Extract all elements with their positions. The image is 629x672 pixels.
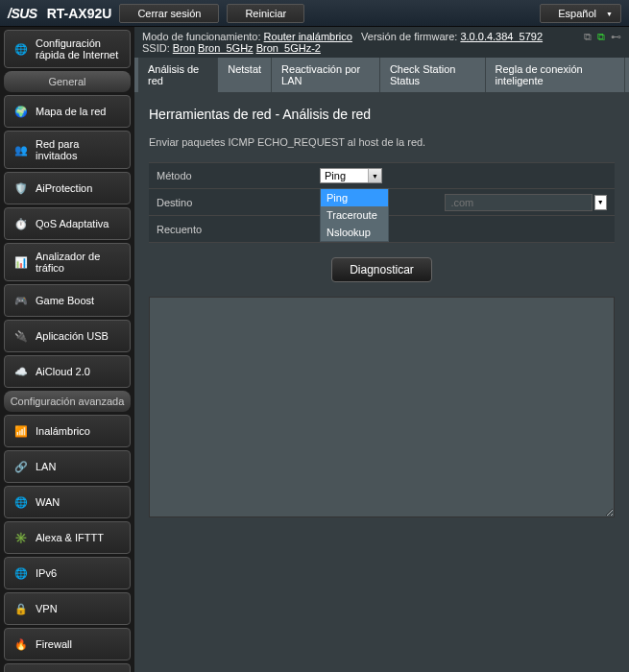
sidebar-item-label: Analizador de tráfico xyxy=(36,251,122,274)
destination-label: Destino xyxy=(157,197,312,208)
shield-icon: 🛡️ xyxy=(12,180,30,197)
count-label: Recuento xyxy=(157,224,320,235)
destination-input[interactable] xyxy=(445,194,592,211)
model-name: RT-AX92U xyxy=(47,6,112,21)
sidebar-item-label: Inalámbrico xyxy=(36,425,90,437)
fw-value[interactable]: 3.0.0.4.384_5792 xyxy=(460,31,543,42)
sidebar-item-label: VPN xyxy=(36,603,58,614)
method-select[interactable]: Ping ▼ xyxy=(320,168,382,183)
sidebar-item-aiprotection[interactable]: 🛡️ AiProtection xyxy=(4,172,131,204)
info-bar: ⧉ ⧉ ⊷ Modo de funcionamiento: Router ina… xyxy=(134,27,629,58)
page-title: Herramientas de red - Análisis de red xyxy=(149,107,615,122)
sidebar-item-label: Game Boost xyxy=(36,295,94,306)
top-bar: /SUS RT-AX92U Cerrar sesión Reiniciar Es… xyxy=(0,0,629,27)
sidebar: 🌐 Configuración rápida de Internet Gener… xyxy=(0,27,134,672)
dropdown-option-nslookup[interactable]: Nslookup xyxy=(321,224,388,241)
sidebar-item-alexa-ifttt[interactable]: ✳️ Alexa & IFTTT xyxy=(4,521,131,554)
sidebar-item-lan[interactable]: 🔗 LAN xyxy=(4,450,131,483)
sidebar-item-wan[interactable]: 🌐 WAN xyxy=(4,486,131,518)
sidebar-item-admin[interactable]: ⚙️ Administración xyxy=(4,663,131,672)
globe-wrench-icon: 🌐 xyxy=(12,40,30,58)
destination-dropdown-button[interactable]: ▼ xyxy=(594,195,607,210)
tab-wake-on-lan[interactable]: Reactivación por LAN xyxy=(272,58,380,92)
brand-logo: /SUS xyxy=(8,6,37,21)
sidebar-item-label: Aplicación USB xyxy=(36,330,109,342)
page-description: Enviar paquetes ICMP ECHO_REQUEST al hos… xyxy=(149,136,615,148)
fw-label: Versión de firmware: xyxy=(361,31,457,42)
result-textarea[interactable] xyxy=(149,297,615,517)
main-panel: ⧉ ⧉ ⊷ Modo de funcionamiento: Router ina… xyxy=(134,27,629,672)
sidebar-item-label: Firewall xyxy=(36,638,72,650)
usb-status-icon[interactable]: ⊷ xyxy=(611,31,621,43)
chevron-down-icon: ▼ xyxy=(368,169,381,182)
ssid-label: SSID: xyxy=(142,42,170,54)
method-dropdown: Ping Traceroute Nslookup xyxy=(320,188,389,242)
sidebar-item-label: Red para invitados xyxy=(36,138,122,161)
ssid-3: Bron_5GHz-2 xyxy=(256,42,321,54)
diagnose-button[interactable]: Diagnosticar xyxy=(331,257,432,282)
dropdown-option-ping[interactable]: Ping xyxy=(321,189,388,206)
logout-button[interactable]: Cerrar sesión xyxy=(119,4,219,23)
tab-smart-connect[interactable]: Regla de conexión inteligente xyxy=(486,58,626,92)
sidebar-item-firewall[interactable]: 🔥 Firewall xyxy=(4,628,131,660)
sidebar-item-guest-network[interactable]: 👥 Red para invitados xyxy=(4,131,131,169)
chart-icon: 📊 xyxy=(12,253,30,271)
sidebar-item-vpn[interactable]: 🔒 VPN xyxy=(4,592,131,625)
language-select[interactable]: Español xyxy=(540,4,621,23)
tab-bar: Análisis de red Netstat Reactivación por… xyxy=(134,58,629,92)
sidebar-item-label: LAN xyxy=(36,461,56,472)
firewall-icon: 🔥 xyxy=(12,636,30,653)
ipv6-icon: 🌐 xyxy=(12,564,30,582)
reboot-button[interactable]: Reiniciar xyxy=(227,4,304,23)
sidebar-item-label: AiProtection xyxy=(36,182,92,194)
method-label: Método xyxy=(157,170,320,181)
row-method: Método Ping ▼ Ping Traceroute Nslookup xyxy=(149,162,615,189)
tab-netstat[interactable]: Netstat xyxy=(218,58,272,92)
sidebar-item-label: QoS Adaptativa xyxy=(36,218,109,229)
sidebar-item-ipv6[interactable]: 🌐 IPv6 xyxy=(4,557,131,589)
guest-icon: 👥 xyxy=(12,141,30,158)
usb-icon: 🔌 xyxy=(12,327,30,345)
sidebar-item-usb-app[interactable]: 🔌 Aplicación USB xyxy=(4,320,131,352)
sidebar-item-traffic-analyzer[interactable]: 📊 Analizador de tráfico xyxy=(4,243,131,281)
tab-check-station[interactable]: Check Station Status xyxy=(380,58,486,92)
sidebar-item-label: AiCloud 2.0 xyxy=(36,366,90,377)
wan-icon: 🌐 xyxy=(12,493,30,511)
tab-network-analysis[interactable]: Análisis de red xyxy=(138,58,218,92)
mode-label: Modo de funcionamiento: xyxy=(142,31,261,42)
ssid-1: Bron xyxy=(173,42,195,54)
wifi-icon: 📶 xyxy=(12,422,30,440)
vpn-icon: 🔒 xyxy=(12,600,30,617)
dropdown-option-traceroute[interactable]: Traceroute xyxy=(321,206,388,224)
ssid-2: Bron_5GHz xyxy=(198,42,253,54)
sidebar-item-aicloud[interactable]: ☁️ AiCloud 2.0 xyxy=(4,355,131,388)
network-map-icon: 🌍 xyxy=(12,103,30,120)
sidebar-item-label: Alexa & IFTTT xyxy=(36,532,104,543)
sidebar-section-advanced: Configuración avanzada xyxy=(4,391,131,412)
lan-icon: 🔗 xyxy=(12,458,30,475)
sidebar-item-label: Mapa de la red xyxy=(36,106,106,117)
sidebar-item-qos[interactable]: ⏱️ QoS Adaptativa xyxy=(4,207,131,240)
sidebar-item-game-boost[interactable]: 🎮 Game Boost xyxy=(4,284,131,317)
sidebar-item-wireless[interactable]: 📶 Inalámbrico xyxy=(4,415,131,447)
wifi-status-icon[interactable]: ⧉ xyxy=(597,31,605,43)
content-area: Herramientas de red - Análisis de red En… xyxy=(134,92,629,532)
method-select-value: Ping xyxy=(325,170,346,181)
sidebar-item-label: WAN xyxy=(36,496,60,508)
speedometer-icon: ⏱️ xyxy=(12,215,30,232)
mode-value[interactable]: Router inalámbrico xyxy=(264,31,352,42)
integration-icon: ✳️ xyxy=(12,529,30,546)
sidebar-section-general: General xyxy=(4,71,131,92)
sidebar-item-quick-setup[interactable]: 🌐 Configuración rápida de Internet xyxy=(4,30,131,68)
sidebar-item-label: Configuración rápida de Internet xyxy=(36,37,122,60)
aimesh-icon[interactable]: ⧉ xyxy=(584,31,592,43)
gamepad-icon: 🎮 xyxy=(12,292,30,309)
sidebar-item-label: IPv6 xyxy=(36,567,57,579)
cloud-icon: ☁️ xyxy=(12,363,30,380)
sidebar-item-network-map[interactable]: 🌍 Mapa de la red xyxy=(4,95,131,128)
